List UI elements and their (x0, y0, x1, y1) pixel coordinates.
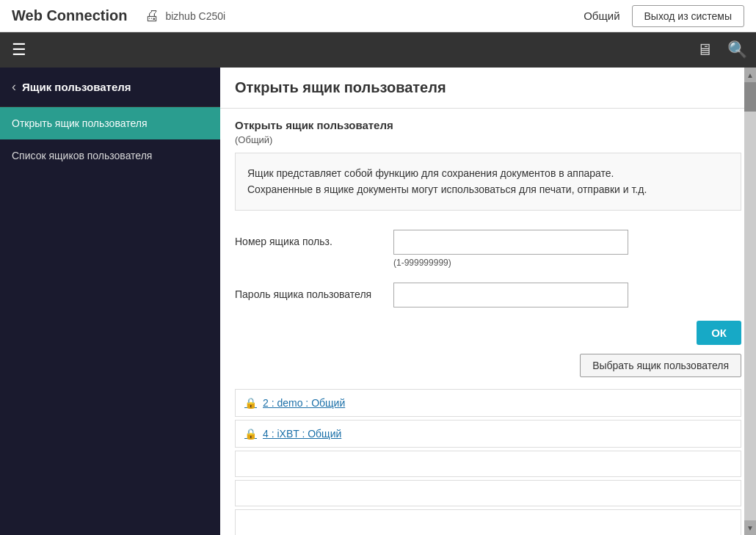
header-right: Общий Выход из системы (584, 5, 744, 27)
list-item-label-2: 4 : iXBT : Общий (263, 428, 341, 440)
sidebar-item-open-box-label: Открыть ящик пользователя (12, 117, 147, 129)
list-item-label-1: 2 : demo : Общий (263, 397, 345, 409)
ok-button[interactable]: ОК (697, 321, 741, 345)
field-number-label: Номер ящика польз. (235, 230, 382, 247)
logo: Web Connection (12, 7, 127, 24)
ok-button-row: ОК (220, 315, 756, 351)
description-line-2: Сохраненные в ящике документы могут испо… (247, 181, 729, 197)
content-area: Открыть ящик пользователя Открыть ящик п… (220, 68, 756, 535)
field-number-hint: (1-999999999) (393, 258, 741, 268)
list-item[interactable]: 🔒 4 : iXBT : Общий (235, 420, 741, 448)
scrollbar[interactable]: ▲ ▼ (744, 68, 756, 535)
printer-icon: 🖨 (145, 7, 159, 24)
empty-row-2 (235, 480, 741, 506)
toolbar: ☰ 🖥 🔍 (0, 32, 756, 68)
content-inner: Открыть ящик пользователя Открыть ящик п… (220, 68, 756, 535)
cart-icon[interactable]: 🖥 (694, 37, 716, 62)
scroll-track (744, 112, 756, 520)
sidebar-item-open-box[interactable]: Открыть ящик пользователя (0, 107, 220, 139)
scroll-down-arrow[interactable]: ▼ (744, 520, 756, 535)
sidebar: ‹ Ящик пользователя Открыть ящик пользов… (0, 68, 220, 535)
field-row-number: Номер ящика польз. (1-999999999) (220, 222, 756, 275)
back-button[interactable]: ‹ (12, 79, 16, 95)
sidebar-item-list-boxes-label: Список ящиков пользователя (12, 150, 152, 161)
sidebar-item-list-boxes[interactable]: Список ящиков пользователя (0, 139, 220, 172)
printer-info: 🖨 bizhub C250i (145, 7, 225, 24)
sidebar-header: ‹ Ящик пользователя (0, 68, 220, 107)
form-section-header: Открыть ящик пользователя (Общий) (220, 109, 756, 153)
scroll-up-arrow[interactable]: ▲ (744, 68, 756, 82)
lock-icon-1: 🔒 (244, 397, 257, 409)
field-row-password: Пароль ящика пользователя (220, 275, 756, 315)
toolbar-left: ☰ (6, 37, 32, 62)
form-subtitle: (Общий) (235, 134, 741, 145)
top-header: Web Connection 🖨 bizhub C250i Общий Выхо… (0, 0, 756, 32)
common-label: Общий (584, 10, 619, 22)
select-box-button[interactable]: Выбрать ящик пользователя (580, 354, 741, 377)
main-layout: ‹ Ящик пользователя Открыть ящик пользов… (0, 68, 756, 535)
toolbar-right: 🖥 🔍 (694, 37, 750, 62)
field-password-input[interactable] (393, 283, 628, 307)
logout-button[interactable]: Выход из системы (632, 5, 744, 27)
field-password-label: Пароль ящика пользователя (235, 283, 382, 300)
scroll-thumb[interactable] (744, 82, 756, 112)
form-title: Открыть ящик пользователя (235, 119, 741, 131)
page-title: Открыть ящик пользователя (220, 68, 756, 109)
printer-name: bizhub C250i (165, 10, 225, 22)
lock-icon-2: 🔒 (244, 428, 257, 440)
select-btn-row: Выбрать ящик пользователя (220, 351, 756, 389)
field-number-input[interactable] (393, 230, 628, 255)
empty-row-3 (235, 509, 741, 535)
description-box: Ящик представляет собой функцию для сохр… (235, 153, 741, 211)
field-password-input-group (393, 283, 741, 307)
field-number-input-group: (1-999999999) (393, 230, 741, 268)
list-section: 🔒 2 : demo : Общий 🔒 4 : iXBT : Общий (220, 389, 756, 535)
empty-row-1 (235, 451, 741, 477)
description-line-1: Ящик представляет собой функцию для сохр… (247, 165, 729, 181)
search-icon[interactable]: 🔍 (724, 37, 750, 62)
sidebar-title: Ящик пользователя (22, 81, 131, 93)
list-item[interactable]: 🔒 2 : demo : Общий (235, 389, 741, 417)
menu-icon[interactable]: ☰ (6, 37, 32, 62)
